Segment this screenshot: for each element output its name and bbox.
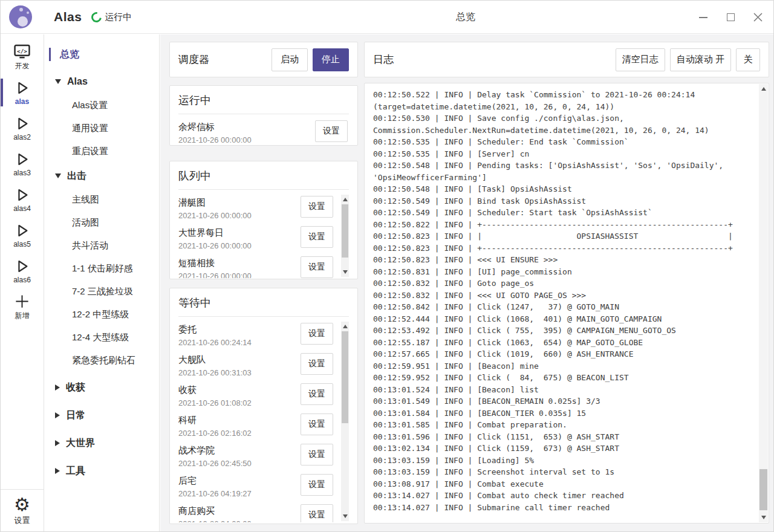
menu-item-7-2 三战捡垃圾[interactable]: 7-2 三战捡垃圾: [44, 280, 159, 303]
menu-item-通用设置[interactable]: 通用设置: [44, 117, 159, 140]
nav-item-alas6[interactable]: alas6: [1, 253, 44, 289]
triangle-right-icon: [55, 468, 60, 474]
autoscroll-on-button[interactable]: 自动滚动 开: [670, 48, 731, 71]
task-setting-button[interactable]: 设置: [301, 256, 333, 278]
task-setting-button[interactable]: 设置: [301, 226, 333, 248]
nav-item-alas2[interactable]: alas2: [1, 111, 44, 146]
menu-group-label: 日常: [66, 409, 85, 422]
task-setting-button[interactable]: 设置: [315, 120, 348, 142]
menu-item-Alas设置[interactable]: Alas设置: [44, 94, 159, 117]
log-line: 00:12:50.522 | INFO | Delay task `Commis…: [373, 89, 749, 101]
task-setting-button[interactable]: 设置: [301, 504, 333, 522]
log-line: 00:12:50.548 | INFO | Pending tasks: ['O…: [373, 160, 749, 172]
nav-item-alas[interactable]: alas: [1, 75, 44, 111]
task-setting-button[interactable]: 设置: [301, 444, 333, 465]
nav-item-label: 设置: [15, 515, 30, 526]
scroll-down-icon[interactable]: [343, 270, 348, 274]
running-panel-title: 运行中: [178, 93, 349, 114]
scroll-thumb[interactable]: [342, 331, 348, 423]
queued-scrollbar[interactable]: [341, 195, 349, 277]
triangle-down-icon: [55, 174, 61, 178]
nav-item-label: alas: [15, 97, 29, 106]
scroll-up-icon[interactable]: [343, 325, 348, 328]
menu-item-1-1 伏击刷好感[interactable]: 1-1 伏击刷好感: [44, 257, 159, 280]
task-row: 大舰队2021-10-26 00:31:03设置: [178, 351, 349, 381]
scroll-up-icon[interactable]: [761, 87, 766, 91]
task-row: 潜艇图2021-10-26 00:00:00设置: [178, 193, 349, 224]
menu-item-活动图[interactable]: 活动图: [44, 211, 159, 234]
log-title: 日志: [373, 53, 394, 66]
waiting-panel: 等待中 委托2021-10-26 00:24:14设置大舰队2021-10-26…: [169, 288, 358, 524]
menu-group-label: 大世界: [66, 437, 95, 450]
log-line: 00:12:59.951 | INFO | [Beacon] mine: [373, 360, 749, 372]
app-title: Alas: [54, 10, 82, 24]
running-spinner-icon: [89, 10, 104, 24]
menu-item-12-2 中型练级[interactable]: 12-2 中型练级: [44, 303, 159, 326]
alas-logo-icon: [9, 5, 32, 28]
menu-item-12-4 大型练级[interactable]: 12-4 大型练级: [44, 326, 159, 349]
scroll-down-icon[interactable]: [343, 514, 348, 518]
scroll-thumb[interactable]: [759, 469, 767, 510]
play-icon: [14, 187, 30, 203]
start-button[interactable]: 启动: [272, 48, 308, 71]
stop-button[interactable]: 停止: [313, 48, 349, 71]
task-setting-button[interactable]: 设置: [301, 383, 333, 405]
task-setting-button[interactable]: 设置: [301, 353, 333, 375]
menu-group-出击[interactable]: 出击: [44, 164, 159, 188]
titlebar: Alas 运行中 总览: [1, 1, 773, 34]
menu-item-重启设置[interactable]: 重启设置: [44, 140, 159, 163]
menu-group-大世界[interactable]: 大世界: [44, 431, 159, 455]
clear-log-button[interactable]: 清空日志: [616, 48, 665, 71]
nav-item-alas4[interactable]: alas4: [1, 182, 44, 218]
task-row: 大世界每日2021-10-26 00:00:00设置: [178, 224, 349, 254]
play-icon: [14, 115, 30, 132]
menu-group-收获[interactable]: 收获: [44, 375, 159, 400]
log-controls: 清空日志 自动滚动 开 关: [616, 48, 760, 71]
task-setting-button[interactable]: 设置: [301, 474, 333, 496]
log-line: 00:13:03.159 | INFO | Screenshot interva…: [373, 466, 749, 478]
menu-group-label: 出击: [67, 170, 86, 183]
nav-item-label: alas2: [13, 133, 31, 141]
task-setting-button[interactable]: 设置: [301, 323, 333, 345]
scheduler-status-text: 运行中: [105, 11, 132, 23]
menu-group-Alas[interactable]: Alas: [44, 70, 159, 94]
maximize-button[interactable]: [726, 13, 735, 22]
close-button[interactable]: [753, 13, 763, 22]
minimize-button[interactable]: [698, 13, 708, 22]
log-line: 00:13:01.596 | INFO | Click (1151, 653) …: [373, 431, 749, 443]
menu-item-overview[interactable]: 总览: [44, 45, 159, 63]
scroll-up-icon[interactable]: [343, 198, 348, 201]
nav-item-alas5[interactable]: alas5: [1, 218, 44, 253]
nav-item-settings[interactable]: ⚙ 设置: [1, 489, 44, 531]
log-line: 00:12:57.665 | INFO | Click (1019, 660) …: [373, 348, 749, 360]
maximize-icon: [727, 13, 735, 21]
scroll-thumb[interactable]: [342, 204, 348, 258]
menu-item-紧急委托刷钻石[interactable]: 紧急委托刷钻石: [44, 349, 159, 372]
svg-text:</>: </>: [17, 47, 27, 54]
menu-item-主线图[interactable]: 主线图: [44, 188, 159, 211]
task-setting-button[interactable]: 设置: [301, 196, 333, 218]
log-line: 00:12:50.832 | INFO | <<< UI GOTO PAGE_O…: [373, 290, 749, 302]
main-content: 调度器 启动 停止 运行中 余烬信标2021-10-26 00:00:00设置 …: [160, 34, 773, 531]
waiting-scrollbar[interactable]: [341, 322, 349, 521]
autoscroll-off-button[interactable]: 关: [736, 48, 760, 71]
log-line: 00:12:50.548 | INFO | [Task] OpsiAshAssi…: [373, 183, 749, 195]
scheduler-controls: 启动 停止: [272, 48, 349, 71]
nav-item-label: alas5: [13, 240, 31, 248]
nav-item-label: alas6: [13, 276, 31, 284]
nav-item-开发[interactable]: </>开发: [1, 39, 44, 75]
nav-item-新增[interactable]: 新增: [1, 289, 44, 325]
menu-group-工具[interactable]: 工具: [44, 459, 159, 483]
log-line: 00:12:50.530 | INFO | Save config ./conf…: [373, 112, 749, 125]
log-scrollbar[interactable]: [759, 84, 768, 522]
log-line: 00:12:50.831 | INFO | [UI] page_commissi…: [373, 266, 749, 278]
nav-item-alas3[interactable]: alas3: [1, 146, 44, 182]
task-setting-button[interactable]: 设置: [301, 414, 333, 435]
task-row: 科研2021-10-26 02:16:02设置: [178, 411, 349, 441]
play-icon: [14, 258, 30, 274]
window-controls: [698, 1, 763, 34]
log-line: 00:13:08.917 | INFO | Combat execute: [373, 478, 749, 490]
scroll-down-icon[interactable]: [761, 516, 766, 519]
menu-item-共斗活动[interactable]: 共斗活动: [44, 234, 159, 257]
menu-group-日常[interactable]: 日常: [44, 403, 159, 427]
